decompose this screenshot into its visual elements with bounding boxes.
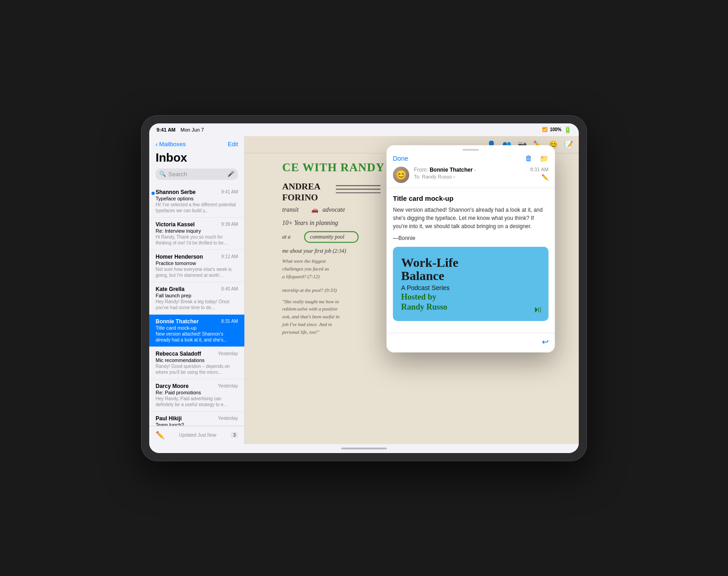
status-time: 9:41 AM xyxy=(157,127,176,133)
svg-text:ook, and that's been useful in: ook, and that's been useful in xyxy=(282,314,339,319)
mail-item-header: Victoria Kassel 9:39 AM xyxy=(156,221,238,228)
svg-text:ANDREA: ANDREA xyxy=(282,181,321,191)
compose-icon[interactable]: 📝 xyxy=(564,140,573,149)
mail-preview: Randy! Good question – depends on where … xyxy=(156,363,238,375)
chevron-left-icon: ‹ xyxy=(156,141,158,148)
email-subject: Title card mock-up xyxy=(393,194,549,202)
mail-subject: Re: Paid promotions xyxy=(156,390,238,395)
svg-rect-13 xyxy=(304,231,358,242)
email-signature: —Bonnie xyxy=(393,235,549,241)
mail-item[interactable]: Shannon Serbe 9:41 AM Typeface options H… xyxy=(149,185,244,218)
folder-icon[interactable]: 📁 xyxy=(540,154,549,163)
svg-text:me about your first job (2:34): me about your first job (2:34) xyxy=(282,248,346,254)
status-time-date: 9:41 AM Mon Jun 7 xyxy=(157,127,204,133)
mail-item-header: Paul Hikiji Yesterday xyxy=(156,415,238,422)
done-button[interactable]: Done xyxy=(393,155,408,162)
mail-item[interactable]: Kate Grella 8:40 AM Fall launch prep Hey… xyxy=(149,282,244,315)
mail-subject: Typeface options xyxy=(156,196,238,201)
svg-text:What were the biggest: What were the biggest xyxy=(282,258,326,264)
podcast-hosted-by: Hosted byRandy Russo xyxy=(401,292,541,312)
svg-text:🚗: 🚗 xyxy=(311,206,318,213)
svg-text:FORINO: FORINO xyxy=(282,193,318,202)
status-indicators: 📶 100% 🔋 xyxy=(542,126,571,133)
search-placeholder: Search xyxy=(168,171,187,178)
mail-time: Yesterday xyxy=(218,416,238,421)
compose-icon[interactable]: ✏️ xyxy=(156,431,165,439)
to-line: To: Randy Russo › xyxy=(414,174,526,179)
svg-text:challenges you faced as: challenges you faced as xyxy=(282,266,329,271)
mail-preview: Not sure how everyone else's week is goi… xyxy=(156,266,238,278)
sender-name: Bonnie Thatcher xyxy=(156,318,199,325)
edit-button[interactable]: Edit xyxy=(228,141,238,148)
battery-icon: 🔋 xyxy=(564,126,571,133)
main-content: ‹ Mailboxes Edit Inbox 🔍 Search 🎤 xyxy=(149,136,579,444)
mail-time: Yesterday xyxy=(218,351,238,356)
mail-list: Shannon Serbe 9:41 AM Typeface options H… xyxy=(149,185,244,426)
svg-text:community pool: community pool xyxy=(310,234,344,240)
sender-name: Homer Henderson xyxy=(156,254,203,260)
svg-text:"She really taught me how to: "She really taught me how to xyxy=(282,298,339,304)
podcast-card[interactable]: Work-LifeBalance A Podcast Series Hosted… xyxy=(393,247,549,321)
expand-icon: › xyxy=(474,168,475,173)
mailboxes-back-button[interactable]: ‹ Mailboxes xyxy=(156,141,186,148)
mail-subject: Practice tomorrow xyxy=(156,260,238,266)
mail-time: 9:12 AM xyxy=(221,254,238,259)
unread-indicator xyxy=(152,192,155,195)
podcast-title: Work-LifeBalance xyxy=(401,256,541,283)
mail-item[interactable]: Paul Hikiji Yesterday Team lunch? Was th… xyxy=(149,412,244,426)
reply-icon[interactable]: ↩ xyxy=(542,337,549,347)
mail-item[interactable]: Victoria Kassel 9:39 AM Re: Interview in… xyxy=(149,218,244,250)
recipient-name: Randy Russo xyxy=(422,174,452,179)
sender-name: Kate Grella xyxy=(156,286,184,292)
mail-item-header: Bonnie Thatcher 8:31 AM xyxy=(156,318,238,325)
sender-name: Victoria Kassel xyxy=(156,221,195,228)
email-from-section: 😊 From: Bonnie Thatcher › To: Randy Russ… xyxy=(387,167,555,188)
filter-badge[interactable]: 3 xyxy=(231,432,238,438)
home-bar xyxy=(341,448,387,449)
svg-text:transit: transit xyxy=(282,206,299,213)
search-bar[interactable]: 🔍 Search 🎤 xyxy=(156,168,238,180)
podcast-series: A Podcast Series xyxy=(401,284,541,291)
from-details: From: Bonnie Thatcher › To: Randy Russo … xyxy=(414,167,526,179)
mail-time: 9:41 AM xyxy=(221,189,238,194)
play-icon[interactable]: ⏯ xyxy=(533,304,542,315)
mail-subject: Title card mock-up xyxy=(156,325,238,331)
svg-text:personal life, too!": personal life, too!" xyxy=(282,329,319,334)
edit-icon: ✏️ xyxy=(541,174,549,181)
mail-item[interactable]: Darcy Moore Yesterday Re: Paid promotion… xyxy=(149,379,244,412)
status-bar: 9:41 AM Mon Jun 7 📶 100% 🔋 xyxy=(149,123,579,136)
svg-text:job I've had since. And in: job I've had since. And in xyxy=(281,321,332,326)
mail-subject: Team lunch? xyxy=(156,422,238,426)
sender-name: Rebecca Saladoff xyxy=(156,351,201,357)
drag-handle xyxy=(463,149,479,151)
status-text: Updated Just Now xyxy=(179,433,217,438)
trash-icon[interactable]: 🗑 xyxy=(525,154,532,163)
status-date: Mon Jun 7 xyxy=(181,127,204,133)
svg-text:advocate: advocate xyxy=(323,206,345,213)
mail-subject: Mic recommendations xyxy=(156,357,238,363)
svg-text:a lifeguard? (7:12): a lifeguard? (7:12) xyxy=(282,273,320,279)
search-icon: 🔍 xyxy=(159,171,166,177)
mail-subject: Fall launch prep xyxy=(156,293,238,298)
mail-preview: Hi! I've selected a few different potent… xyxy=(156,202,238,214)
mail-sidebar: ‹ Mailboxes Edit Inbox 🔍 Search 🎤 xyxy=(149,136,245,444)
mail-item-header: Shannon Serbe 9:41 AM xyxy=(156,189,238,195)
battery-label: 100% xyxy=(550,127,561,132)
sender-name: Darcy Moore xyxy=(156,383,189,389)
mail-time: 9:39 AM xyxy=(221,222,238,227)
sender-name: Paul Hikiji xyxy=(156,415,182,422)
mail-time: Yesterday xyxy=(218,383,238,388)
popup-footer: ↩ xyxy=(387,333,555,352)
mail-preview: Hey Randy, Paid advertising can definite… xyxy=(156,396,238,408)
mail-item[interactable]: Rebecca Saladoff Yesterday Mic recommend… xyxy=(149,347,244,379)
sender-avatar: 😊 xyxy=(393,167,410,183)
mail-item[interactable]: Homer Henderson 9:12 AM Practice tomorro… xyxy=(149,250,244,282)
sender-name: Shannon Serbe xyxy=(156,189,196,195)
mail-item-selected[interactable]: Bonnie Thatcher 8:31 AM Title card mock-… xyxy=(149,315,244,347)
email-popup: Done 🗑 📁 😊 From: Bo xyxy=(387,145,555,353)
inbox-title: Inbox xyxy=(156,151,238,165)
popup-actions: 🗑 📁 xyxy=(525,154,549,163)
sidebar-bottom: ✏️ Updated Just Now 3 xyxy=(149,426,244,444)
mail-item-header: Darcy Moore Yesterday xyxy=(156,383,238,389)
mail-preview: New version attached! Shannon's already … xyxy=(156,331,238,343)
